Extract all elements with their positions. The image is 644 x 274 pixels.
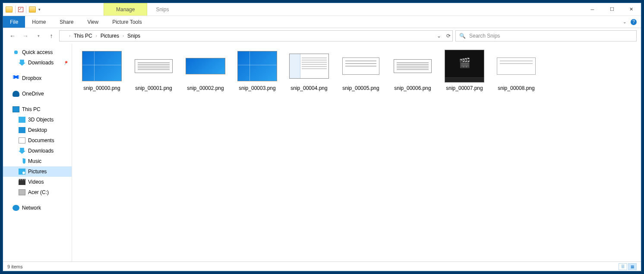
contextual-tab-area: Manage Snips <box>104 3 177 16</box>
sidebar-label: Network <box>22 205 41 211</box>
sidebar-label: Downloads <box>28 148 54 154</box>
search-icon: 🔍 <box>459 33 466 39</box>
sidebar-item-desktop[interactable]: Desktop <box>3 125 72 135</box>
file-name: snip_00003.png <box>239 85 275 91</box>
sidebar-item-pictures[interactable]: Pictures <box>3 166 72 177</box>
file-thumbnail <box>186 50 225 83</box>
address-bar[interactable]: › This PC › Pictures › Snips ⌄ ⟳ <box>59 30 453 41</box>
sidebar-item-documents[interactable]: Documents <box>3 135 72 146</box>
content-pane[interactable]: snip_00000.pngsnip_00001.pngsnip_00002.p… <box>72 44 641 261</box>
breadcrumb-chevron-icon[interactable]: › <box>69 34 70 38</box>
help-icon[interactable]: ? <box>631 19 637 25</box>
qat-customize-chevron-icon[interactable]: ▾ <box>38 7 41 12</box>
minimize-button[interactable]: ─ <box>583 3 602 16</box>
close-button[interactable]: ✕ <box>622 3 641 16</box>
sidebar-item-onedrive[interactable]: OneDrive <box>3 89 72 99</box>
manage-context-tab[interactable]: Manage <box>104 3 147 16</box>
file-thumbnail <box>496 50 536 83</box>
recent-locations-chevron-icon[interactable]: ▾ <box>33 31 44 41</box>
network-icon <box>13 205 19 211</box>
pictures-icon <box>19 169 25 175</box>
download-icon <box>19 60 25 66</box>
sidebar-item-downloads[interactable]: Downloads <box>3 146 72 156</box>
file-thumbnail <box>237 50 277 83</box>
sidebar-label: Dropbox <box>22 75 41 81</box>
file-tab[interactable]: File <box>3 16 25 28</box>
documents-icon <box>19 137 25 143</box>
sidebar-item-videos[interactable]: Videos <box>3 177 72 187</box>
file-name: snip_00002.png <box>187 85 224 91</box>
file-item[interactable]: snip_00006.png <box>389 48 436 93</box>
file-explorer-window: ▾ Manage Snips ─ ☐ ✕ File Home Share Vie… <box>3 3 641 271</box>
file-item[interactable]: snip_00003.png <box>234 48 281 93</box>
status-bar: 9 items ☰ ▦ <box>3 261 641 271</box>
file-item[interactable]: snip_00008.png <box>492 48 540 93</box>
maximize-button[interactable]: ☐ <box>602 3 622 16</box>
ribbon-tabs: File Home Share View Picture Tools ⌄ ? <box>3 16 641 28</box>
share-tab[interactable]: Share <box>53 16 80 28</box>
sidebar-item-drive-c[interactable]: Acer (C:) <box>3 187 72 198</box>
thumbnails-view-button[interactable]: ▦ <box>628 263 637 270</box>
refresh-icon[interactable]: ⟳ <box>446 33 451 39</box>
breadcrumb-snips[interactable]: Snips <box>126 32 142 40</box>
file-item[interactable]: snip_00002.png <box>182 48 229 93</box>
sidebar-label: Pictures <box>28 169 47 175</box>
sidebar-item-music[interactable]: Music <box>3 156 72 166</box>
file-item[interactable]: snip_00004.png <box>285 48 333 93</box>
picture-tools-tab[interactable]: Picture Tools <box>105 16 148 28</box>
sidebar-item-this-pc[interactable]: This PC <box>3 104 72 115</box>
sidebar-item-3d-objects[interactable]: 3D Objects <box>3 115 72 125</box>
sidebar-item-downloads-qa[interactable]: Downloads📍 <box>3 57 72 68</box>
desktop-icon <box>19 127 25 133</box>
item-count: 9 items <box>7 264 22 269</box>
navigation-pane: Quick access Downloads📍 Dropbox OneDrive… <box>3 44 72 261</box>
ribbon-expand-chevron-icon[interactable]: ⌄ <box>623 19 626 24</box>
new-folder-icon[interactable] <box>29 6 36 13</box>
up-button[interactable]: ↑ <box>46 31 57 41</box>
download-icon <box>19 148 25 154</box>
sidebar-label: Quick access <box>22 49 53 55</box>
home-tab[interactable]: Home <box>25 16 53 28</box>
sidebar-label: Acer (C:) <box>28 189 49 195</box>
sidebar-item-dropbox[interactable]: Dropbox <box>3 73 72 83</box>
sidebar-item-quick-access[interactable]: Quick access <box>3 47 72 57</box>
pin-icon: 📍 <box>62 59 69 66</box>
breadcrumb-chevron-icon[interactable]: › <box>96 34 97 38</box>
breadcrumb-pictures[interactable]: Pictures <box>99 32 121 40</box>
file-item[interactable]: snip_00007.png <box>441 48 488 93</box>
address-dropdown-chevron-icon[interactable]: ⌄ <box>437 33 441 39</box>
file-name: snip_00000.png <box>83 85 120 91</box>
search-placeholder: Search Snips <box>469 33 500 39</box>
folder-icon <box>61 33 67 38</box>
file-item[interactable]: snip_00000.png <box>78 48 126 93</box>
file-name: snip_00001.png <box>135 85 172 91</box>
file-name: snip_00004.png <box>290 85 327 91</box>
sidebar-label: Desktop <box>28 127 47 133</box>
file-name: snip_00006.png <box>394 85 431 91</box>
objects3d-icon <box>19 117 25 123</box>
sidebar-label: Downloads <box>28 60 54 66</box>
sidebar-label: Videos <box>28 179 44 185</box>
sidebar-item-network[interactable]: Network <box>3 203 72 213</box>
back-button[interactable]: ← <box>7 31 18 41</box>
file-thumbnail <box>341 50 381 83</box>
breadcrumb-this-pc[interactable]: This PC <box>72 32 94 40</box>
sidebar-label: 3D Objects <box>28 117 54 123</box>
properties-icon[interactable] <box>18 7 23 12</box>
file-grid: snip_00000.pngsnip_00001.pngsnip_00002.p… <box>78 48 635 93</box>
view-tab[interactable]: View <box>80 16 105 28</box>
onedrive-icon <box>13 91 19 97</box>
breadcrumb-chevron-icon[interactable]: › <box>123 34 124 38</box>
sidebar-label: Documents <box>28 137 54 143</box>
file-item[interactable]: snip_00005.png <box>337 48 385 93</box>
file-thumbnail <box>134 50 174 83</box>
file-name: snip_00005.png <box>342 85 379 91</box>
search-box[interactable]: 🔍 Search Snips <box>455 30 637 41</box>
dropbox-icon <box>13 75 19 81</box>
qat-divider <box>26 6 26 13</box>
file-thumbnail <box>82 50 122 83</box>
folder-icon[interactable] <box>6 6 13 13</box>
file-item[interactable]: snip_00001.png <box>130 48 177 93</box>
file-name: snip_00007.png <box>446 85 483 91</box>
details-view-button[interactable]: ☰ <box>619 263 627 270</box>
